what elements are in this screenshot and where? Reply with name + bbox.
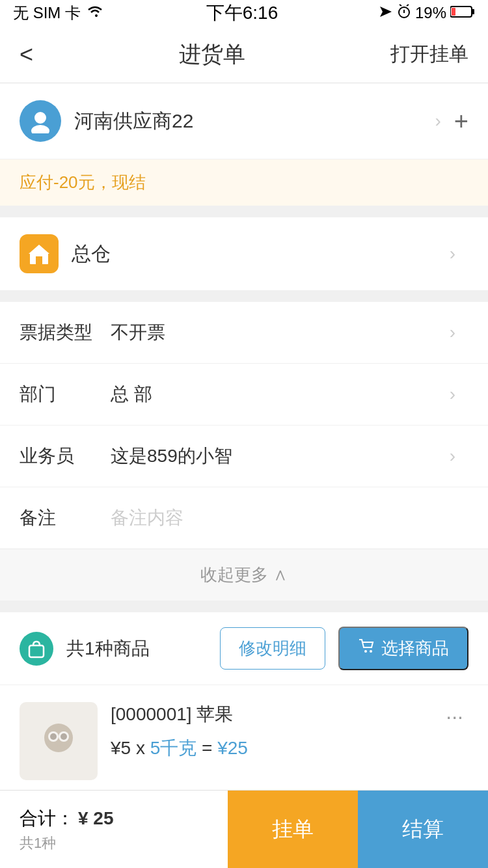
svg-marker-11 [29,245,49,254]
svg-point-9 [31,125,49,133]
price-equals: = [202,738,217,758]
footer: 合计： ¥ 25 共1种 挂单 结算 [0,790,488,868]
svg-rect-6 [472,9,474,14]
status-left: 无 SIM 卡 [13,3,104,23]
open-pending-button[interactable]: 打开挂单 [390,41,468,68]
form-card: 票据类型 不开票 › 部门 总 部 › 业务员 这是859的小智 › 备注 备注… [0,302,488,601]
nav-bar: < 进货单 打开挂单 [0,26,488,83]
footer-total: 合计： ¥ 25 共1种 [0,791,228,868]
avatar [20,100,61,142]
department-value: 总 部 [111,382,450,407]
svg-line-3 [400,5,401,6]
svg-rect-13 [29,645,44,657]
supplier-alert: 应付-20元，现结 [0,159,488,206]
battery-text: 19% [415,4,446,22]
invoice-type-value: 不开票 [111,320,450,345]
alarm-icon [397,4,411,22]
salesman-row[interactable]: 业务员 这是859的小智 › [0,425,488,487]
add-button[interactable]: + [454,107,468,135]
status-right: 19% [380,4,475,22]
chevron-right-icon: › [450,322,455,343]
product-id: [0000001] [111,704,192,724]
warehouse-name: 总仓 [72,241,450,267]
product-name: [0000001] 苹果 [111,702,427,727]
svg-point-8 [34,112,46,124]
invoice-type-row[interactable]: 票据类型 不开票 › [0,302,488,363]
svg-point-19 [50,733,57,740]
total-amount: ¥ 25 [78,808,114,829]
product-item: [0000001] 苹果 ¥5 x 5千克 = ¥25 ··· [0,685,488,797]
product-more-button[interactable]: ··· [441,702,468,731]
salesman-label: 业务员 [20,444,111,468]
main-content: 河南供应商22 › + 应付-20元，现结 总仓 › 票据类型 不开票 › [0,83,488,868]
supplier-name: 河南供应商22 [74,108,435,135]
chevron-right-icon: › [435,111,441,131]
page-title: 进货单 [179,40,245,70]
battery-icon [450,4,475,22]
chevron-right-icon: › [450,243,455,264]
product-price: ¥5 x 5千克 = ¥25 [111,736,427,761]
supplier-card: 河南供应商22 › + 应付-20元，现结 [0,83,488,206]
cart-icon [358,638,376,658]
select-product-button[interactable]: 选择商品 [338,627,468,670]
invoice-type-label: 票据类型 [20,320,111,345]
warehouse-row[interactable]: 总仓 › [0,217,488,290]
pending-button[interactable]: 挂单 [228,791,358,868]
products-header: 共1种商品 修改明细 选择商品 [0,612,488,685]
svg-point-14 [364,650,367,653]
price-value: ¥5 [111,738,131,758]
quantity-value: 5千克 [150,738,197,758]
status-bar: 无 SIM 卡 下午6:16 19% [0,0,488,26]
carrier-text: 无 SIM 卡 [13,3,81,23]
svg-line-4 [407,5,409,6]
chevron-right-icon: › [450,446,455,467]
svg-point-15 [370,650,372,653]
warehouse-card[interactable]: 总仓 › [0,217,488,290]
warehouse-icon [20,234,59,273]
product-thumbnail [20,702,98,780]
collapse-button[interactable]: 收起更多 ∧ [0,549,488,601]
price-x: x [136,738,150,758]
svg-marker-0 [380,7,392,17]
products-card: 共1种商品 修改明细 选择商品 [0,612,488,797]
total-sub: 共1种 [20,834,208,853]
back-button[interactable]: < [20,41,33,68]
remark-placeholder[interactable]: 备注内容 [111,506,468,530]
svg-rect-12 [36,256,42,264]
select-product-label: 选择商品 [381,637,449,660]
total-label: 合计： [20,806,74,831]
product-bag-icon [20,632,53,666]
total-value: ¥25 [217,738,248,758]
wifi-icon [86,4,104,22]
product-info: [0000001] 苹果 ¥5 x 5千克 = ¥25 [111,702,427,761]
settle-button[interactable]: 结算 [358,791,488,868]
product-count-label: 共1种商品 [66,636,207,661]
product-name-text: 苹果 [197,704,233,724]
remark-row[interactable]: 备注 备注内容 [0,487,488,549]
supplier-row[interactable]: 河南供应商22 › + [0,83,488,159]
department-row[interactable]: 部门 总 部 › [0,363,488,425]
salesman-value: 这是859的小智 [111,444,450,468]
chevron-right-icon: › [450,384,455,405]
department-label: 部门 [20,382,111,407]
edit-detail-button[interactable]: 修改明细 [220,627,325,670]
status-time: 下午6:16 [206,1,278,25]
svg-rect-7 [452,8,455,16]
location-icon [380,4,393,22]
svg-point-20 [61,733,67,740]
remark-label: 备注 [20,506,111,530]
